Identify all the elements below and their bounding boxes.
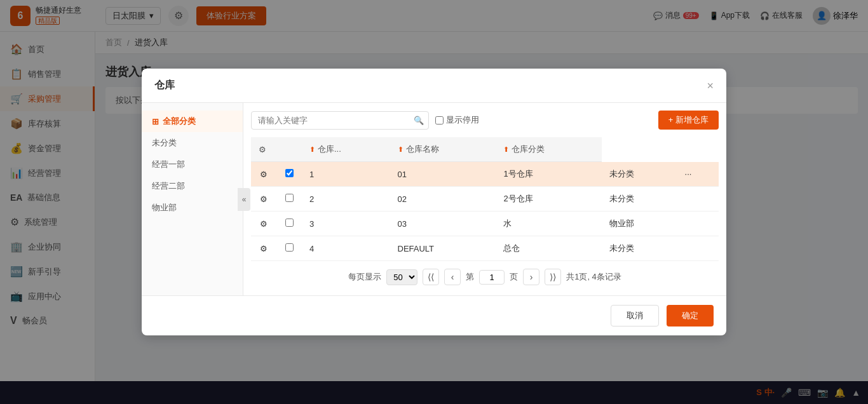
row-gear: ⚙ (251, 236, 276, 261)
search-icon[interactable]: 🔍 (414, 116, 424, 125)
row-num: 2 (302, 187, 390, 212)
col-header-gear: ⚙ (251, 137, 276, 162)
row-more[interactable] (677, 236, 719, 261)
table-toolbar: 🔍 显示停用 + 新增仓库 (251, 111, 719, 130)
col-header-name: ⬆仓库名称 (390, 137, 496, 162)
table-row[interactable]: ⚙ 2 02 2号仓库 未分类 (251, 187, 719, 212)
table-body: ⚙ 1 01 1号仓库 未分类 ··· ⚙ 2 02 (251, 162, 719, 261)
row-more[interactable]: ··· (677, 162, 719, 187)
table-row[interactable]: ⚙ 4 DEFAULT 总仓 未分类 (251, 236, 719, 261)
row-name: 总仓 (496, 236, 602, 261)
warehouse-modal: 仓库 × ⊞ 全部分类 未分类 经营一部 经营二部 物业部 « (142, 69, 726, 335)
col-header-check (276, 137, 302, 162)
page-input[interactable] (479, 270, 505, 285)
row-more[interactable] (677, 212, 719, 236)
category-item-property[interactable]: 物业部 (142, 197, 243, 219)
show-disabled-checkbox[interactable] (435, 116, 444, 125)
table-row[interactable]: ⚙ 3 03 水 物业部 (251, 212, 719, 236)
show-disabled-label[interactable]: 显示停用 (435, 114, 479, 126)
row-name: 水 (496, 212, 602, 236)
warehouse-table: ⚙ ⬆仓库... ⬆仓库名称 ⬆仓库分类 ⚙ 1 01 (251, 137, 719, 261)
row-category: 未分类 (602, 162, 677, 187)
category-item-dept1[interactable]: 经营一部 (142, 154, 243, 175)
first-page-button[interactable]: ⟨⟨ (423, 269, 439, 285)
table-panel: 🔍 显示停用 + 新增仓库 ⚙ ⬆仓库... (243, 103, 726, 295)
row-num: 1 (302, 162, 390, 187)
row-category: 未分类 (602, 236, 677, 261)
search-input[interactable] (251, 111, 429, 130)
row-num: 4 (302, 236, 390, 261)
last-page-button[interactable]: ⟩⟩ (545, 269, 561, 285)
next-page-button[interactable]: › (523, 269, 539, 285)
row-code: DEFAULT (390, 236, 496, 261)
search-wrap: 🔍 (251, 111, 429, 130)
pagination-bar: 每页显示 50 ⟨⟨ ‹ 第 页 › (251, 261, 719, 288)
prev-page-button[interactable]: ‹ (444, 269, 461, 285)
category-item-dept2[interactable]: 经营二部 (142, 175, 243, 197)
modal-header: 仓库 × (142, 69, 726, 103)
row-gear: ⚙ (251, 212, 276, 236)
modal-body: ⊞ 全部分类 未分类 经营一部 经营二部 物业部 « 🔍 (142, 103, 726, 295)
table-row[interactable]: ⚙ 1 01 1号仓库 未分类 ··· (251, 162, 719, 187)
row-num: 3 (302, 212, 390, 236)
row-name: 2号仓库 (496, 187, 602, 212)
col-header-category: ⬆仓库分类 (496, 137, 602, 162)
per-page-select[interactable]: 50 (386, 269, 417, 285)
row-check[interactable] (276, 162, 302, 187)
category-item-unclassified[interactable]: 未分类 (142, 132, 243, 154)
row-code: 02 (390, 187, 496, 212)
cancel-button[interactable]: 取消 (611, 305, 659, 327)
row-gear: ⚙ (251, 187, 276, 212)
close-icon[interactable]: × (707, 80, 714, 91)
modal-overlay: 仓库 × ⊞ 全部分类 未分类 经营一部 经营二部 物业部 « (0, 0, 868, 404)
category-panel: ⊞ 全部分类 未分类 经营一部 经营二部 物业部 « (142, 103, 243, 295)
confirm-button[interactable]: 确定 (667, 305, 714, 327)
col-header-code: ⬆仓库... (302, 137, 390, 162)
collapse-button[interactable]: « (238, 188, 250, 211)
modal-footer: 取消 确定 (142, 295, 726, 335)
row-check[interactable] (276, 212, 302, 236)
row-check[interactable] (276, 187, 302, 212)
row-category: 未分类 (602, 187, 677, 212)
grid-icon: ⊞ (152, 117, 159, 126)
row-more[interactable] (677, 187, 719, 212)
add-warehouse-button[interactable]: + 新增仓库 (658, 111, 719, 130)
row-code: 03 (390, 212, 496, 236)
row-check[interactable] (276, 236, 302, 261)
category-all[interactable]: ⊞ 全部分类 (142, 111, 243, 132)
table-head: ⚙ ⬆仓库... ⬆仓库名称 ⬆仓库分类 (251, 137, 719, 162)
row-name: 1号仓库 (496, 162, 602, 187)
modal-title: 仓库 (154, 79, 175, 92)
row-category: 物业部 (602, 212, 677, 236)
row-code: 01 (390, 162, 496, 187)
row-gear: ⚙ (251, 162, 276, 187)
